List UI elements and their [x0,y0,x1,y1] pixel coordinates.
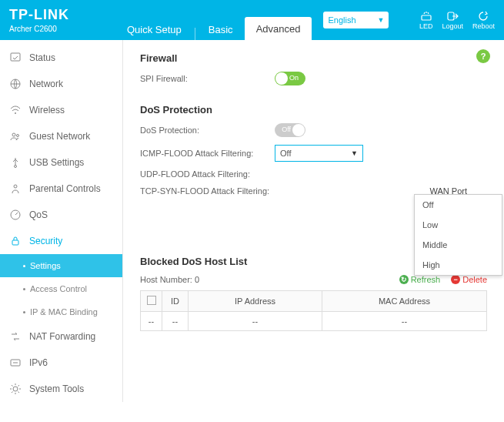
language-select[interactable]: English ▼ [323,12,389,28]
icmp-flood-select[interactable]: Off▼ [275,145,363,162]
table-row: -- -- -- -- [141,312,487,331]
bullet-icon [23,265,25,267]
sidebar: Status Network Wireless Guest Network US… [0,40,123,402]
chevron-down-icon: ▼ [378,16,385,24]
sidebar-item-ipv6[interactable]: IPv6 [0,350,122,376]
bullet-icon [23,311,25,313]
dropdown-option-off[interactable]: Off [415,195,502,215]
svg-point-8 [14,185,17,188]
sidebar-item-security[interactable]: Security [0,228,122,254]
spi-firewall-toggle[interactable]: On [275,72,305,85]
main-panel: ? Firewall SPI Firewall: On DoS Protecti… [123,40,504,402]
reboot-button[interactable]: Reboot [472,11,495,30]
delete-icon: − [451,275,460,284]
sidebar-item-nat-forwarding[interactable]: NAT Forwarding [0,323,122,350]
top-bar: TP-LINK Archer C2600 Quick Setup Basic A… [0,0,504,40]
sidebar-item-network[interactable]: Network [0,71,122,97]
blocked-hosts-table: ID IP Address MAC Address -- -- -- -- [140,290,487,331]
dropdown-option-high[interactable]: High [415,255,502,275]
sidebar-item-usb-settings[interactable]: USB Settings [0,149,122,176]
language-value: English [328,15,355,25]
refresh-icon: ↻ [399,275,409,284]
sidebar-item-qos[interactable]: QoS [0,202,122,228]
col-mac: MAC Address [322,291,487,312]
sidebar-sub-ip-mac-binding[interactable]: IP & MAC Binding [0,300,122,323]
sidebar-item-wireless[interactable]: Wireless [0,97,122,123]
delete-button[interactable]: −Delete [451,275,487,284]
chevron-down-icon: ▼ [351,149,358,157]
refresh-button[interactable]: ↻Refresh [399,275,441,284]
sidebar-item-system-tools[interactable]: System Tools [0,376,122,402]
icmp-flood-dropdown: Off Low Middle High [414,194,502,276]
sidebar-item-status[interactable]: Status [0,45,122,71]
tcp-syn-flood-label: TCP-SYN-FLOOD Attack Filtering: [140,186,275,196]
sidebar-sub-access-control[interactable]: Access Control [0,277,122,300]
host-number-value: 0 [195,275,199,284]
brand: TP-LINK Archer C2600 [9,7,69,33]
tab-basic[interactable]: Basic [197,18,245,40]
dropdown-option-middle[interactable]: Middle [415,235,502,255]
sidebar-item-parental-controls[interactable]: Parental Controls [0,176,122,202]
help-icon[interactable]: ? [476,49,490,63]
tab-advanced[interactable]: Advanced [245,17,312,40]
brand-model: Archer C2600 [9,25,69,33]
sidebar-sub-settings[interactable]: Settings [0,254,122,277]
host-number-label: Host Number: [140,275,192,284]
led-button[interactable]: LED [419,11,433,30]
svg-rect-0 [422,15,431,20]
dos-title: DoS Protection [140,104,487,116]
brand-name: TP-LINK [9,7,69,23]
logout-button[interactable]: Logout [442,11,463,30]
col-ip: IP Address [189,291,322,312]
dos-protection-label: DoS Protection: [140,126,275,135]
svg-point-12 [13,387,18,391]
svg-point-6 [17,135,19,137]
dropdown-option-low[interactable]: Low [415,215,502,235]
svg-rect-2 [11,53,20,61]
tab-quick-setup[interactable]: Quick Setup [115,18,193,40]
main-tabs: Quick Setup Basic Advanced [115,0,312,40]
svg-point-4 [15,112,16,114]
svg-point-7 [15,166,17,168]
tab-separator [195,28,195,40]
icmp-flood-label: ICMP-FLOOD Attack Filtering: [140,149,275,158]
sidebar-item-guest-network[interactable]: Guest Network [0,123,122,149]
svg-rect-10 [12,240,18,245]
col-id: ID [162,291,189,312]
top-icons: LED Logout Reboot [419,11,495,30]
bullet-icon [23,288,25,290]
firewall-title: Firewall [140,52,487,64]
udp-flood-label: UDP-FLOOD Attack Filtering: [140,169,275,179]
svg-point-5 [12,133,15,136]
select-all-checkbox[interactable] [147,296,156,305]
dos-protection-toggle[interactable]: Off [275,123,305,137]
spi-firewall-label: SPI Firewall: [140,74,275,83]
